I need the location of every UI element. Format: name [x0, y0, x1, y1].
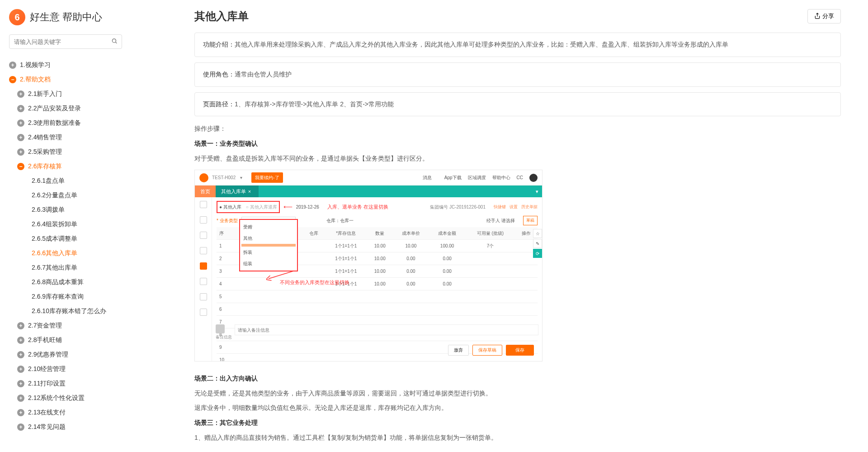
ss-table-cell: 1	[217, 240, 230, 252]
nav-item[interactable]: 2.6.4组装拆卸单	[9, 217, 122, 232]
search-box	[9, 34, 122, 49]
ss-warehouse: 仓库：仓库一	[326, 216, 354, 225]
close-icon: ×	[246, 187, 253, 196]
info-role: 使用角色：通常由仓管人员维护	[194, 62, 841, 87]
scene3-p1: 1、赠品入库的商品直接转为销售。通过工具栏【复制/复制为销货单】功能，将单据信息…	[194, 432, 841, 444]
nav-item[interactable]: 2.6.8商品成本重算	[9, 275, 122, 290]
scene3-title: 场景三：其它业务处理	[194, 417, 841, 429]
nav-item-label: 2.1新手入门	[28, 90, 62, 98]
nav-item[interactable]: +2.8手机旺铺	[9, 333, 122, 347]
ss-table-cell: 100.00	[429, 240, 465, 252]
nav-item[interactable]: +2.7资金管理	[9, 319, 122, 333]
ss-body: ● 其他入库 ○ 其他入库退库 ⟵ 2019-12-26 入库、退单业务 在这里…	[195, 197, 542, 361]
collapse-icon: −	[9, 76, 16, 83]
info-path: 页面路径：1、库存核算->库存管理->其他入库单 2、首页->常用功能	[194, 92, 841, 117]
page-title: 其他入库单	[194, 9, 249, 24]
nav-item-label: 2.9优惠券管理	[28, 351, 68, 359]
ss-nav-icon	[200, 232, 207, 239]
ss-nav-icon-active	[200, 262, 207, 270]
ss-topbar: TEST-H002 ▾ 我要续约-了 消息App下载区域调度帮助中心CC	[195, 170, 542, 186]
ss-nav-icon	[200, 247, 207, 254]
nav-item[interactable]: 2.6.10库存账本错了怎么办	[9, 304, 122, 319]
expand-icon: +	[17, 423, 24, 431]
ss-radio-out: ○ 其他入库退库	[246, 203, 277, 211]
nav-item[interactable]: +1.视频学习	[9, 58, 122, 72]
scene1-title: 场景一：业务类型确认	[194, 138, 841, 150]
ss-draft-badge: 草稿	[523, 216, 538, 225]
nav-item[interactable]: 2.6.5成本调整单	[9, 232, 122, 246]
nav-item[interactable]: +2.4销售管理	[9, 130, 122, 145]
nav-item[interactable]: 2.6.1盘点单	[9, 174, 122, 188]
ss-table-cell: 10.00	[367, 240, 393, 252]
nav-item[interactable]: −2.帮助文档	[9, 72, 122, 87]
scene2-title: 场景二：出入方向确认	[194, 372, 841, 385]
nav-item[interactable]: 2.6.3调拨单	[9, 203, 122, 217]
ss-table-cell: 0.00	[393, 265, 429, 278]
nav-item[interactable]: +2.14常见问题	[9, 420, 122, 434]
ss-table-header: 成本单价	[393, 227, 429, 240]
nav-item[interactable]: 2.6.7其他出库单	[9, 261, 122, 275]
nav-item-label: 2.3使用前数据准备	[28, 119, 81, 127]
ss-toolbar-item: 历史单据	[521, 203, 538, 211]
nav-item-label: 1.视频学习	[20, 61, 51, 69]
ss-dropdown-item: 其他	[241, 233, 296, 244]
ss-nav-icon	[200, 201, 207, 208]
nav-item[interactable]: +2.2产品安装及登录	[9, 101, 122, 116]
ss-table-header: *库存信息	[325, 227, 367, 240]
ss-nav-icon	[200, 293, 207, 300]
ss-comment-input	[235, 324, 538, 335]
table-row: 5	[217, 290, 538, 303]
expand-icon: +	[17, 119, 24, 127]
nav-item[interactable]: +2.3使用前数据准备	[9, 116, 122, 130]
ss-tabs: 首页 其他入库单 × ▾	[195, 186, 542, 197]
nav-item[interactable]: +2.9优惠券管理	[9, 347, 122, 362]
nav-item[interactable]: +2.12系统个性化设置	[9, 391, 122, 405]
logo-icon: 6	[9, 9, 25, 25]
ss-dropdown-item: 受赠	[241, 221, 296, 233]
nav-item[interactable]: +2.5采购管理	[9, 145, 122, 159]
ss-nav-icon	[200, 309, 207, 316]
nav-item[interactable]: 2.6.9库存账本查询	[9, 290, 122, 304]
note-icon	[216, 324, 225, 333]
nav-item[interactable]: 2.6.2分量盘点单	[9, 188, 122, 203]
nav-item-label: 2.6.5成本调整单	[32, 235, 77, 243]
nav-item[interactable]: +2.10经营管理	[9, 362, 122, 376]
ss-dropdown-item: 组装	[241, 258, 296, 269]
expand-icon: +	[17, 105, 24, 112]
arrow-icon: ⟵	[283, 201, 292, 213]
ss-cancel-button: 放弃	[448, 345, 469, 356]
nav-item-label: 2.6.6其他入库单	[32, 249, 77, 257]
nav-item-label: 2.6.1盘点单	[32, 177, 65, 185]
ss-top-link: CC	[517, 173, 523, 182]
ss-table-header: 仓库	[303, 227, 325, 240]
nav-item[interactable]: −2.6库存核算	[9, 159, 122, 174]
nav-item-label: 2.8手机旺铺	[28, 336, 62, 344]
ss-table-cell: 10.00	[367, 265, 393, 278]
nav-item-label: 2.帮助文档	[20, 76, 51, 84]
ss-left-nav	[195, 197, 212, 361]
ss-operator: 经手人 请选择	[486, 216, 515, 225]
nav-item-label: 2.6.2分量盘点单	[32, 191, 77, 200]
role-label: 使用角色：	[203, 71, 235, 78]
scene2-p1: 无论是受赠，还是其他类型的业务，由于入库商品质量等原因，需要退回，这时可通过单据…	[194, 387, 841, 400]
ss-comment-label: 备注信息	[216, 333, 232, 341]
ss-panel-btn: ✎	[533, 239, 542, 248]
nav-item-label: 2.11打印设置	[28, 380, 66, 388]
nav-list: +1.视频学习−2.帮助文档+2.1新手入门+2.2产品安装及登录+2.3使用前…	[9, 58, 122, 434]
ss-table-cell: 1个1=1个1	[325, 252, 367, 265]
nav-item[interactable]: +2.1新手入门	[9, 87, 122, 101]
search-icon[interactable]	[111, 38, 118, 46]
search-input[interactable]	[9, 34, 122, 49]
ss-top-link: App下载	[444, 173, 462, 182]
nav-item[interactable]: +2.11打印设置	[9, 376, 122, 391]
nav-item-label: 2.6.7其他出库单	[32, 264, 77, 272]
expand-icon: +	[17, 351, 24, 358]
nav-item[interactable]: 2.6.6其他入库单	[9, 246, 122, 261]
nav-item-label: 2.7资金管理	[28, 322, 62, 330]
nav-item[interactable]: +2.13在线支付	[9, 405, 122, 420]
share-button[interactable]: 分享	[807, 9, 841, 24]
ss-top-right: 消息App下载区域调度帮助中心CC	[423, 173, 538, 182]
ss-date: 2019-12-26	[296, 203, 319, 211]
avatar-icon	[529, 174, 538, 182]
ss-toolbar-item: 快捷键	[494, 203, 506, 211]
